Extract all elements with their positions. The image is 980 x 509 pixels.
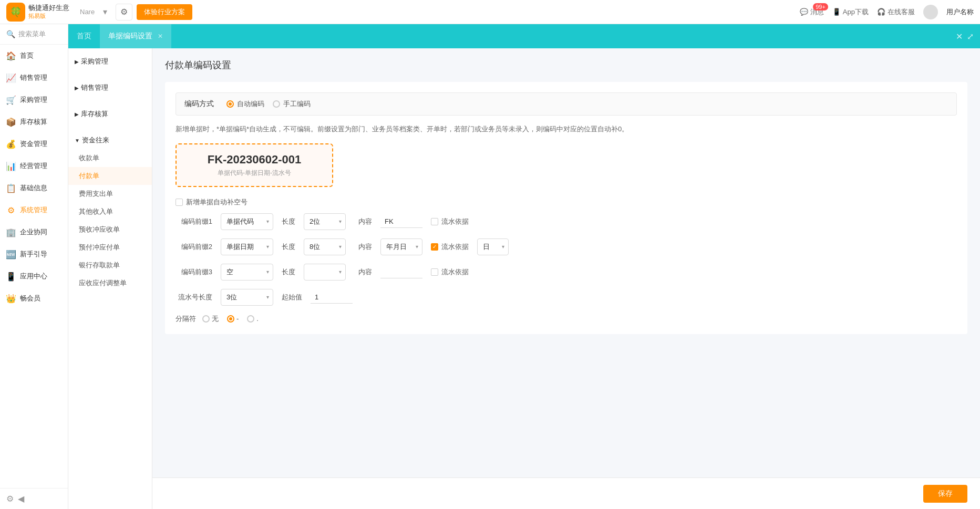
sidebar-item-enterprise[interactable]: 🏢 企业协同 [0, 221, 68, 243]
app-download-label: App下载 [843, 7, 869, 17]
prefix3-select[interactable]: 单据代码 单据日期 空 [221, 264, 273, 281]
tab-encoding[interactable]: 单据编码设置 ✕ [100, 24, 171, 48]
sidebar-item-basic[interactable]: 📋 基础信息 [0, 177, 68, 199]
sidebar-item-sales[interactable]: 📈 销售管理 [0, 67, 68, 89]
liushui1-checkbox[interactable] [431, 218, 438, 225]
sub-nav-prepay-receivable[interactable]: 预收冲应收单 [68, 221, 152, 238]
sidebar-item-apps[interactable]: 📱 应用中心 [0, 265, 68, 287]
content3-label: 内容 [358, 267, 372, 277]
sub-nav-group-purchase: ▶ 采购管理 [68, 48, 152, 75]
auto-code-label: 自动编码 [237, 99, 264, 109]
length3-select[interactable]: 2位 [304, 264, 346, 281]
length2-select-wrapper: 2位 4位 8位 ▾ [304, 238, 346, 255]
content3-input[interactable] [380, 266, 422, 278]
sub-nav-purchase-title[interactable]: ▶ 采购管理 [68, 53, 152, 70]
apps-icon: 📱 [6, 272, 16, 281]
length3-select-wrapper: 2位 ▾ [304, 264, 346, 281]
liushui1-row: 流水依据 [431, 217, 469, 226]
sub-nav-ap-adjust[interactable]: 应收应付调整单 [68, 274, 152, 292]
encoding-method-row: 编码方式 自动编码 手工编码 [176, 92, 957, 116]
sidebar-item-member[interactable]: 👑 畅会员 [0, 287, 68, 309]
sep-dot-radio[interactable]: . [247, 315, 259, 323]
serial-length-wrapper: 3位 4位 5位 ▾ [221, 289, 273, 306]
sub-nav-prepay-payable[interactable]: 预付冲应付单 [68, 238, 152, 256]
sidebar-settings-icon[interactable]: ⚙ [6, 494, 14, 504]
sub-nav-sales-title[interactable]: ▶ 销售管理 [68, 79, 152, 97]
sidebar-collapse-icon[interactable]: ◀ [18, 494, 24, 504]
sub-nav-payment[interactable]: 付款单 [68, 167, 152, 185]
auto-fill-checkbox[interactable] [176, 199, 183, 206]
code-preview-sub: 单据代码-单据日期-流水号 [189, 169, 319, 178]
auto-fill-row: 新增单据自动补空号 [176, 198, 957, 207]
prefix1-select[interactable]: 单据代码 单据日期 空 [221, 213, 273, 230]
prefix2-select[interactable]: 单据代码 单据日期 空 [221, 238, 273, 255]
sidebar-search[interactable]: 🔍 搜索菜单 [0, 24, 68, 45]
sep-none-radio[interactable]: 无 [202, 314, 219, 324]
page-content: 付款单编码设置 编码方式 自动编码 [152, 48, 980, 477]
serial-length-select[interactable]: 3位 4位 5位 [221, 289, 273, 306]
online-service-button[interactable]: 🎧 在线客服 [877, 7, 915, 17]
sep-dash-radio[interactable]: - [227, 315, 239, 323]
sidebar-item-home[interactable]: 🏠 首页 [0, 45, 68, 67]
sidebar-item-operations[interactable]: 📊 经营管理 [0, 155, 68, 177]
sidebar-item-finance[interactable]: 💰 资金管理 [0, 133, 68, 155]
sub-nav-sales-label: 销售管理 [81, 83, 108, 92]
sidebar-bottom: ⚙ ◀ [0, 488, 68, 509]
sub-nav-group-capital: ▼ 资金往来 收款单 付款单 费用支出单 其他收入单 预收冲应收单 预付冲应付单… [68, 127, 152, 296]
operations-icon: 📊 [6, 161, 16, 171]
dropdown-btn[interactable]: ▾ [99, 6, 111, 18]
app-sub: 拓易版 [28, 12, 69, 20]
search-label: 搜索菜单 [18, 29, 46, 39]
breadcrumb-area: Nare ▾ ⚙ [80, 4, 132, 20]
inventory-icon: 📦 [6, 117, 16, 127]
sub-nav-receipt[interactable]: 收款单 [68, 149, 152, 167]
serial-length-label: 流水号长度 [176, 293, 212, 302]
sub-nav-inventory-title[interactable]: ▶ 库存核算 [68, 105, 152, 123]
settings-btn[interactable]: ⚙ [116, 4, 132, 20]
sub-nav-purchase-label: 采购管理 [81, 57, 108, 66]
message-button[interactable]: 💬 消息 99+ [800, 7, 824, 17]
sub-nav-inventory-label: 库存核算 [81, 109, 108, 119]
sidebar-item-label: 畅会员 [20, 294, 40, 303]
info-text: 新增单据时，*单据编码*自动生成，不可编辑。前缀设置为部门、业务员等档案类、开单… [176, 124, 957, 135]
sidebar-item-purchase[interactable]: 🛒 采购管理 [0, 89, 68, 111]
tab-minimize-icon[interactable]: ✕ [956, 32, 963, 41]
chevron-down-icon: ▼ [75, 138, 80, 143]
guide-icon: 🆕 [6, 250, 16, 259]
length2-select[interactable]: 2位 4位 8位 [304, 238, 346, 255]
liushui2-label: 流水依据 [441, 242, 469, 252]
app-logo: 🍀 畅捷通好生意 拓易版 [6, 3, 69, 22]
sub-nav-bank-deposit[interactable]: 银行存取款单 [68, 256, 152, 274]
content1-input[interactable] [380, 215, 422, 228]
content-area: 首页 单据编码设置 ✕ ✕ ⤢ ▶ 采购管理 [68, 24, 980, 509]
sep-none-dot [202, 315, 210, 323]
trial-button[interactable]: 体验行业方案 [137, 4, 192, 20]
manual-code-radio[interactable]: 手工编码 [273, 99, 311, 109]
liushui1-label: 流水依据 [441, 217, 469, 226]
sep-dot-dot [247, 315, 254, 323]
sidebar-item-inventory[interactable]: 📦 库存核算 [0, 111, 68, 133]
liushui3-checkbox[interactable] [431, 268, 438, 276]
start-value-input[interactable] [311, 291, 353, 304]
content-middle: ▶ 采购管理 ▶ 销售管理 ▶ 库存核算 [68, 48, 980, 509]
length1-select[interactable]: 2位 4位 8位 [304, 213, 346, 230]
liushui2-unit-select[interactable]: 日 月 年 [477, 238, 509, 255]
search-icon: 🔍 [6, 30, 15, 38]
length3-label: 长度 [282, 267, 295, 277]
sidebar-item-label: 应用中心 [20, 272, 47, 281]
app-download-button[interactable]: 📱 App下载 [832, 7, 869, 17]
sub-nav-other-income[interactable]: 其他收入单 [68, 203, 152, 221]
sub-nav-capital-title[interactable]: ▼ 资金往来 [68, 131, 152, 149]
sub-nav-expense[interactable]: 费用支出单 [68, 185, 152, 203]
form-row-1: 编码前缀1 单据代码 单据日期 空 ▾ 长度 [176, 213, 957, 230]
sub-nav-group-inventory: ▶ 库存核算 [68, 101, 152, 127]
auto-code-radio[interactable]: 自动编码 [226, 99, 264, 109]
tab-maximize-icon[interactable]: ⤢ [967, 32, 974, 41]
content2-select[interactable]: 年月日 年月 年 [380, 238, 422, 255]
liushui2-checkbox[interactable]: ✓ [431, 243, 438, 251]
sidebar-item-guide[interactable]: 🆕 新手引导 [0, 243, 68, 265]
save-button[interactable]: 保存 [923, 485, 967, 503]
sidebar-item-system[interactable]: ⚙ 系统管理 [0, 199, 68, 221]
tab-home[interactable]: 首页 [68, 24, 100, 48]
tab-close-icon[interactable]: ✕ [158, 33, 163, 40]
